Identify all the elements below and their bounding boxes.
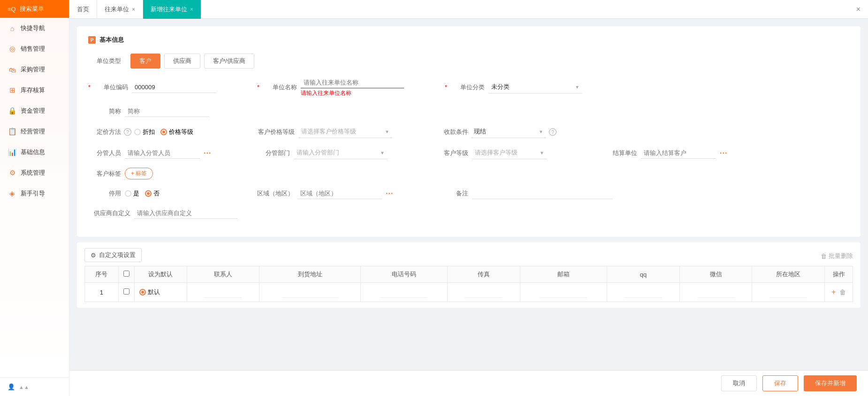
region-input[interactable] <box>297 188 382 199</box>
note-input[interactable] <box>472 188 613 199</box>
settlement-more-btn[interactable]: ··· <box>720 149 727 157</box>
row-contact-input[interactable] <box>204 287 242 298</box>
unit-type-customer[interactable]: 客户 <box>130 54 160 69</box>
short-name-input[interactable] <box>125 106 209 117</box>
pricing-discount-option[interactable]: 折扣 <box>134 128 155 136</box>
row-region <box>752 283 825 302</box>
select-all-checkbox[interactable] <box>123 271 129 277</box>
sidebar-item-inventory[interactable]: ⊞ 库存核算 <box>0 80 69 101</box>
section-title-text: 基本信息 <box>99 36 124 44</box>
sidebar-item-system[interactable]: ⚙ 系统管理 <box>0 163 69 183</box>
payment-terms-value: 现结 <box>474 127 486 136</box>
purchase-icon: 🛍 <box>8 65 17 74</box>
row-fax-input[interactable] <box>465 287 503 298</box>
payment-terms-select[interactable]: 现结 ▼ <box>471 125 546 138</box>
supplier-custom-input[interactable] <box>134 208 237 219</box>
sidebar-item-operations[interactable]: 📋 经营管理 <box>0 121 69 142</box>
add-tag-button[interactable]: + 标签 <box>125 168 153 179</box>
batch-delete-button[interactable]: 🗑 批量删除 <box>821 252 853 260</box>
row-region-input[interactable] <box>769 287 807 298</box>
row-qq-input[interactable] <box>624 287 662 298</box>
settlement-input[interactable] <box>641 148 716 159</box>
disabled-row: 停用 是 否 区域（地区） ··· <box>88 188 849 199</box>
region-more-btn[interactable]: ··· <box>386 189 393 198</box>
sidebar-label-basic-info: 基础信息 <box>21 148 45 156</box>
unit-type-supplier[interactable]: 供应商 <box>164 54 200 69</box>
sidebar-item-purchase[interactable]: 🛍 采购管理 <box>0 59 69 80</box>
window-close-button[interactable]: × <box>849 5 868 14</box>
row-default-radio-label[interactable]: 默认 <box>139 288 182 296</box>
save-new-button[interactable]: 保存并新增 <box>804 375 857 391</box>
tab-new-partner[interactable]: 新增往来单位 × <box>143 0 201 19</box>
sidebar-search-label: 搜索菜单 <box>20 5 44 13</box>
contacts-table: 序号 设为默认 联系人 到货地址 电话号码 传真 邮箱 qq 微信 所在地区 操… <box>84 266 853 302</box>
customer-level-chevron: ▼ <box>540 150 544 155</box>
row-checkbox[interactable] <box>123 288 129 295</box>
col-wechat: 微信 <box>679 266 752 283</box>
row-wechat-input[interactable] <box>697 287 735 298</box>
sidebar-item-quick-nav[interactable]: ⌂ 快捷导航 <box>0 18 69 39</box>
disabled-no-radio[interactable] <box>145 190 152 197</box>
sidebar-label-inventory: 库存核算 <box>21 86 45 94</box>
pricing-row: 定价方法 ? 折扣 价格等级 客户价格等级 <box>88 125 849 138</box>
sidebar-item-guide[interactable]: ◈ 新手引导 <box>0 183 69 204</box>
tab-partners-close[interactable]: × <box>132 6 135 13</box>
grade-radio[interactable] <box>160 129 167 135</box>
discount-radio[interactable] <box>134 129 141 135</box>
sidebar-label-system: 系统管理 <box>21 169 45 177</box>
dept-chevron: ▼ <box>380 150 385 155</box>
unit-type-both[interactable]: 客户/供应商 <box>204 54 254 69</box>
row-address-input[interactable] <box>282 287 338 298</box>
tab-home[interactable]: 首页 <box>69 0 97 19</box>
sidebar-user[interactable]: 👤 ▲▲ <box>0 378 69 396</box>
tab-bar: 首页 往来单位 × 新增往来单位 × × <box>69 0 868 19</box>
pricing-grade-option[interactable]: 价格等级 <box>160 128 193 136</box>
unit-code-input[interactable] <box>132 82 216 93</box>
row-add-button[interactable]: + <box>831 288 836 296</box>
payment-terms-field: 收款条件 现结 ▼ ? <box>435 125 604 138</box>
short-name-row: 简称 <box>88 106 849 117</box>
row-default-radio[interactable] <box>139 289 146 295</box>
customer-price-select[interactable]: 请选择客户价格等级 ▼ <box>298 125 392 138</box>
row-delete-button[interactable]: 🗑 <box>839 288 846 296</box>
sidebar-search[interactable]: ≡Q 搜索菜单 <box>0 0 69 18</box>
cancel-button[interactable]: 取消 <box>721 375 757 391</box>
row-phone-input[interactable] <box>381 287 427 298</box>
dept-select[interactable]: 请输入分管部门 ▼ <box>294 147 388 159</box>
save-button[interactable]: 保存 <box>762 375 798 391</box>
tab-home-label: 首页 <box>77 5 89 14</box>
supervisor-more-btn[interactable]: ··· <box>204 149 211 157</box>
customer-level-select[interactable]: 请选择客户等级 ▼ <box>472 147 547 159</box>
unit-name-input[interactable] <box>301 77 404 88</box>
payment-terms-help-icon[interactable]: ? <box>549 128 556 136</box>
row-wechat <box>679 283 752 302</box>
discount-label: 折扣 <box>143 128 155 136</box>
customer-level-field: 客户等级 请选择客户等级 ▼ <box>435 147 604 159</box>
inventory-icon: ⊞ <box>8 85 17 95</box>
sidebar-user-label: ▲▲ <box>19 384 29 390</box>
tab-new-partner-close[interactable]: × <box>190 6 193 13</box>
settlement-label: 结算单位 <box>604 149 637 157</box>
unit-category-select[interactable]: 未分类 ▼ <box>488 81 582 93</box>
sidebar-label-guide: 新手引导 <box>21 189 45 198</box>
row-email-input[interactable] <box>540 287 587 298</box>
tag-label: 客户标签 <box>88 170 121 178</box>
disabled-no-option[interactable]: 否 <box>145 189 160 198</box>
tab-partners[interactable]: 往来单位 × <box>97 0 143 19</box>
sidebar-item-sales[interactable]: ◎ 销售管理 <box>0 39 69 59</box>
customer-price-placeholder: 请选择客户价格等级 <box>301 127 356 136</box>
sidebar-item-basic-info[interactable]: 📊 基础信息 <box>0 142 69 163</box>
category-required: * <box>445 84 447 91</box>
supervisor-input[interactable] <box>125 148 200 159</box>
col-phone: 电话号码 <box>361 266 448 283</box>
disabled-radio-group: 是 否 <box>125 189 160 198</box>
unit-name-wrap: 请输入往来单位名称 <box>301 77 404 97</box>
disabled-yes-option[interactable]: 是 <box>125 189 139 198</box>
pricing-help-icon[interactable]: ? <box>124 128 131 136</box>
disabled-yes-radio[interactable] <box>125 190 131 197</box>
sidebar-item-finance[interactable]: 🔒 资金管理 <box>0 101 69 121</box>
custom-settings-button[interactable]: ⚙ 自定义项设置 <box>84 248 142 262</box>
supervisor-field: 分管人员 ··· <box>88 148 257 159</box>
tab-partners-label: 往来单位 <box>105 5 129 14</box>
system-icon: ⚙ <box>8 168 17 178</box>
